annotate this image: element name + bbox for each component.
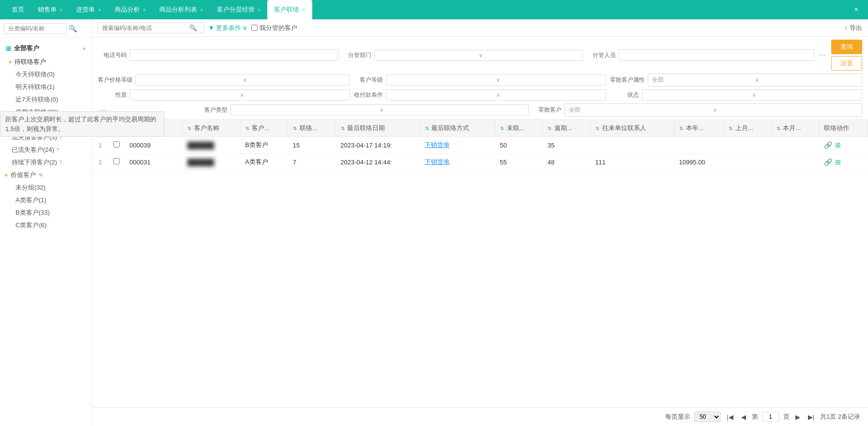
person-dots-button[interactable]: ··· [817, 51, 827, 59]
payment-select[interactable]: ∨ [386, 89, 606, 101]
window-close-button[interactable]: × [849, 5, 863, 14]
search-input[interactable] [102, 25, 189, 31]
sidebar-item-declining[interactable]: 持续下滑客户(2) ? [0, 156, 91, 169]
nav-label-analysis-list: 商品分析列表 [159, 5, 197, 14]
row-contact-count-2: 7 [288, 154, 335, 171]
sidebar-item-b-class[interactable]: B类客户(33) [4, 206, 91, 219]
page-input[interactable] [762, 412, 779, 422]
action-buttons-1: 🔗 ⊞ [824, 141, 863, 149]
filter-row-2: 客户价格等级 ∨ 客户等级 ∨ 零散客户属性 全部 [98, 73, 862, 87]
customer-level-select[interactable]: ∨ [386, 74, 606, 86]
th-last-contact-date: ⇅ 最后联络日期 [335, 120, 420, 137]
last-page-button[interactable]: ▶| [806, 412, 816, 422]
setting-button[interactable]: 设置 [831, 56, 862, 71]
export-button[interactable]: ↑ 导出 [845, 24, 863, 32]
th-this-year: ⇅ 本年... [674, 120, 724, 137]
declining-help-icon[interactable]: ? [59, 160, 62, 165]
nav-close-analysis-list[interactable]: × [200, 7, 203, 13]
main-layout: 🔍 ⊞ 全部客户 « ▼ 待联络客户 今天待联络(0) 明天待联络(1) [0, 19, 868, 426]
nav-item-sales[interactable]: 销售单 × [31, 0, 69, 19]
th-last-contact-method: ⇅ 最后联络方式 [420, 120, 495, 137]
phone-input[interactable] [130, 49, 338, 61]
price-level-select[interactable]: ∨ [136, 74, 350, 86]
sidebar-pending-title[interactable]: ▼ 待联络客户 [4, 56, 91, 68]
this-month-sort-icon: ⇅ [777, 126, 780, 131]
status-select[interactable]: ∨ [642, 89, 862, 101]
retail-attr-chevron-icon: ∨ [755, 77, 858, 83]
first-page-button[interactable]: |◀ [725, 412, 735, 422]
customer-level-chevron-icon: ∨ [496, 77, 602, 83]
nav-item-purchase[interactable]: 进货单 × [69, 0, 107, 19]
sidebar-item-tomorrow[interactable]: 明天待联络(1) [4, 81, 91, 93]
nature-select[interactable]: ∨ [130, 89, 350, 101]
search-input-wrap: 🔍 [98, 22, 204, 33]
row-select-checkbox-1[interactable] [113, 141, 120, 147]
chevron-down-icon: ∨ [243, 24, 247, 31]
nav-close-purchase[interactable]: × [98, 7, 101, 13]
row-last-method-1[interactable]: 下销货单 [420, 137, 495, 154]
sidebar-item-c-class[interactable]: C类客户(6) [4, 219, 91, 232]
customer-name-1: ██████ [187, 142, 214, 149]
value-arrow-icon: ▼ [4, 173, 9, 178]
row-grid-button-1[interactable]: ⊞ [835, 141, 841, 149]
retail-customer-label: 零散客户 [533, 106, 562, 114]
nav-item-home[interactable]: 首页 [5, 0, 31, 19]
row-name-1: ██████ [183, 137, 240, 154]
nav-close-customer-segment[interactable]: × [258, 7, 260, 13]
uncontacted-sort-icon: ⇅ [500, 126, 504, 131]
row-select-checkbox-2[interactable] [113, 158, 120, 164]
row-link-button-2[interactable]: 🔗 [824, 158, 832, 166]
nav-label-analysis: 商品分析 [115, 5, 140, 14]
nav-label-sales: 销售单 [38, 5, 57, 14]
my-customers-label: 我分管的客户 [259, 24, 297, 32]
more-conditions-label: 更多条件 [216, 24, 241, 32]
sidebar-search-button[interactable]: 🔍 [69, 25, 77, 32]
nav-close-customer-contact[interactable]: × [302, 7, 305, 13]
row-actions-2: 🔗 ⊞ [819, 154, 868, 171]
filter-icon: ▼ [208, 24, 214, 31]
row-last-method-2[interactable]: 下销货单 [420, 154, 495, 171]
prev-page-button[interactable]: ◀ [739, 412, 748, 422]
table-header-row: ⚙ ⇅ 客户编码 ⇅ 客户名称 [92, 120, 868, 137]
next-page-button[interactable]: ▶ [793, 412, 802, 422]
sidebar-item-lost[interactable]: 已流失客户(24) ? [0, 144, 91, 156]
row-overdue-1: 35 [543, 137, 590, 154]
sidebar-all-customers[interactable]: ⊞ 全部客户 « [0, 41, 91, 56]
row-uncontacted-1: 50 [495, 137, 542, 154]
sidebar-item-a-class[interactable]: A类客户(1) [4, 194, 91, 206]
nav-item-analysis[interactable]: 商品分析 × [108, 0, 152, 19]
nav-close-analysis[interactable]: × [143, 7, 146, 13]
th-contact-count: ⇅ 联络... [288, 120, 335, 137]
per-page-select[interactable]: 50 100 200 [694, 411, 721, 422]
retail-attr-select[interactable]: 全部 ∨ [648, 73, 862, 87]
nav-item-customer-contact[interactable]: 客户联络 × [267, 0, 312, 19]
last-date-sort-icon: ⇅ [341, 126, 345, 131]
sidebar-value-customers-section[interactable]: ▼ 价值客户 ✎ [0, 169, 91, 181]
sidebar-item-ungrouped[interactable]: 未分组(32) [4, 181, 91, 194]
row-type-2: A类客户 [240, 154, 288, 171]
lost-help-icon[interactable]: ? [56, 147, 59, 153]
nav-item-customer-segment[interactable]: 客户分层经营 × [210, 0, 267, 19]
row-link-button-1[interactable]: 🔗 [824, 141, 832, 149]
sidebar-item-today[interactable]: 今天待联络(0) [4, 68, 91, 81]
my-customers-checkbox[interactable] [251, 25, 258, 31]
customer-type-select[interactable]: ∨ [230, 104, 529, 116]
nav-item-analysis-list[interactable]: 商品分析列表 × [152, 0, 210, 19]
query-button[interactable]: 查询 [831, 40, 862, 54]
pending-arrow-icon: ▼ [8, 59, 13, 65]
row-this-year-1 [674, 137, 724, 154]
more-conditions-button[interactable]: ▼ 更多条件 ∨ [208, 24, 247, 32]
pending-contact-label: 待联络客户 [15, 58, 46, 66]
value-edit-icon[interactable]: ✎ [39, 172, 43, 178]
sidebar-search-input[interactable] [4, 23, 67, 34]
nature-label: 性质 [98, 91, 127, 99]
row-contact-count-1: 15 [288, 137, 335, 154]
row-grid-button-2[interactable]: ⊞ [835, 158, 841, 166]
tooltip-box: 距客户上次交易时长，超过了此客户的平均交易周期的1.5倍，则视为异常。 [0, 111, 92, 137]
row-last-date-1: 2023-04-17 14:19: [335, 137, 420, 154]
person-input[interactable] [619, 49, 814, 61]
dept-select[interactable]: ∨ [374, 50, 583, 61]
nav-close-sales[interactable]: × [60, 7, 62, 13]
retail-customer-select[interactable]: 全部 ∨ [564, 103, 863, 117]
sidebar-item-7days[interactable]: 近7天待联络(0) [4, 93, 91, 106]
